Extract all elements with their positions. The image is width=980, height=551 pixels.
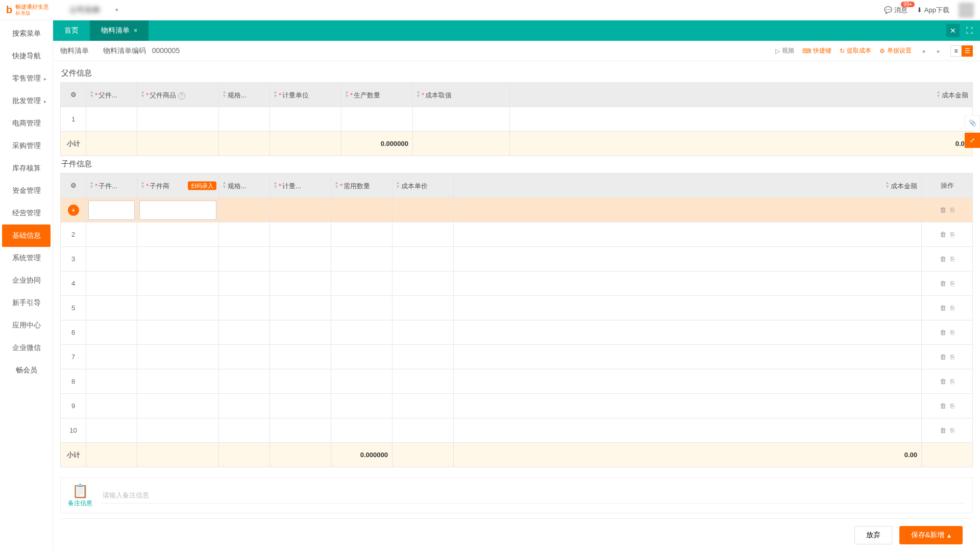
col-parent-qty[interactable]: 生产数量 xyxy=(354,91,380,99)
doc-setting-link[interactable]: ⚙单据设置 xyxy=(879,46,912,55)
copy-icon[interactable]: ⎘ xyxy=(950,231,954,238)
avatar[interactable] xyxy=(959,3,974,18)
extract-cost-link[interactable]: ↻提取成本 xyxy=(840,46,871,55)
col-child-qty[interactable]: 需用数量 xyxy=(344,182,370,190)
view-list-button[interactable]: ≡ xyxy=(950,45,962,57)
sidebar-item[interactable]: 搜索菜单 xyxy=(0,22,53,45)
sidebar-item[interactable]: 快捷导航 xyxy=(0,45,53,67)
add-row-button[interactable]: + xyxy=(68,205,79,216)
next-page-icon[interactable]: ▸ xyxy=(935,47,942,55)
col-parent-spec[interactable]: 规格... xyxy=(228,91,247,99)
expand-icon[interactable]: ⤢ xyxy=(965,133,980,148)
sidebar-item[interactable]: 基础信息 xyxy=(2,224,51,247)
gear-icon[interactable]: ⚙ xyxy=(70,91,77,98)
sub-header: 物料清单 物料清单编码 0000005 ▷视频 ⌨快捷键 ↻提取成本 ⚙单据设置… xyxy=(53,41,980,61)
cell-input[interactable] xyxy=(88,201,135,220)
sidebar-item[interactable]: 采购管理 xyxy=(0,135,53,157)
shortcut-link[interactable]: ⌨快捷键 xyxy=(802,46,831,55)
sidebar-item[interactable]: 库存核算 xyxy=(0,157,53,180)
copy-icon[interactable]: ⎘ xyxy=(950,304,954,312)
sidebar-item[interactable]: 经营管理 xyxy=(0,202,53,224)
copy-icon[interactable]: ⎘ xyxy=(950,427,954,434)
table-row[interactable]: 3🗑⎘ xyxy=(61,247,973,271)
col-child-amount[interactable]: 成本金额 xyxy=(891,182,917,190)
copy-icon[interactable]: ⎘ xyxy=(950,353,954,361)
row-ops: 🗑⎘ xyxy=(922,394,973,418)
delete-icon[interactable]: 🗑 xyxy=(940,255,946,263)
parent-section-title: 父件信息 xyxy=(61,68,973,78)
col-parent-costsrc[interactable]: 成本取值 xyxy=(425,91,452,99)
tab[interactable]: 物料清单× xyxy=(90,20,149,41)
prev-page-icon[interactable]: ◂ xyxy=(920,47,927,55)
copy-icon[interactable]: ⎘ xyxy=(950,378,954,385)
table-row[interactable]: 4🗑⎘ xyxy=(61,271,973,296)
sidebar-item[interactable]: 新手引导 xyxy=(0,292,53,314)
copy-icon[interactable]: ⎘ xyxy=(950,329,954,336)
col-child-product[interactable]: 子件商 xyxy=(150,182,169,190)
table-row[interactable]: 8🗑⎘ xyxy=(61,369,973,394)
sidebar-item[interactable]: 企业协同 xyxy=(0,269,53,292)
cancel-button[interactable]: 放弃 xyxy=(854,526,892,544)
table-row[interactable]: 6🗑⎘ xyxy=(61,320,973,345)
table-row[interactable]: 2🗑⎘ xyxy=(61,222,973,247)
row-index: 9 xyxy=(61,394,86,418)
scan-input-button[interactable]: 扫码录入 xyxy=(188,181,216,190)
copy-icon[interactable]: ⎘ xyxy=(950,402,954,410)
col-parent-amount[interactable]: 成本金额 xyxy=(942,91,968,99)
delete-icon[interactable]: 🗑 xyxy=(940,280,946,287)
col-child-price[interactable]: 成本单价 xyxy=(401,182,428,190)
sidebar-item[interactable]: 系统管理 xyxy=(0,247,53,269)
sidebar-item[interactable]: 电商管理 xyxy=(0,112,53,135)
copy-icon[interactable]: ⎘ xyxy=(950,255,954,263)
delete-icon[interactable]: 🗑 xyxy=(940,353,946,361)
remark-input[interactable] xyxy=(102,487,965,504)
delete-icon[interactable]: 🗑 xyxy=(940,378,946,385)
sidebar-item[interactable]: 畅会员 xyxy=(0,359,53,382)
col-child-spec[interactable]: 规格... xyxy=(228,182,247,190)
sidebar-item[interactable]: 资金管理 xyxy=(0,180,53,202)
delete-icon[interactable]: 🗑 xyxy=(940,206,946,214)
save-and-new-button[interactable]: 保存&新增▴ xyxy=(899,526,963,544)
gear-icon[interactable]: ⚙ xyxy=(70,182,77,189)
table-row[interactable]: 7🗑⎘ xyxy=(61,345,973,369)
view-form-button[interactable]: ☰ xyxy=(962,45,973,57)
copy-icon[interactable]: ⎘ xyxy=(950,280,954,287)
messages-button[interactable]: 💬 消息 99+ xyxy=(884,6,908,15)
delete-icon[interactable]: 🗑 xyxy=(940,427,946,434)
delete-icon[interactable]: 🗑 xyxy=(940,231,946,238)
close-icon[interactable]: × xyxy=(134,27,137,34)
remark-icon: 📋 备注信息 xyxy=(68,483,92,508)
col-parent-code[interactable]: 父件... xyxy=(99,91,117,99)
copy-icon[interactable]: ⎘ xyxy=(950,206,954,214)
col-parent-product[interactable]: 父件商品 xyxy=(150,91,176,99)
video-link[interactable]: ▷视频 xyxy=(775,46,794,55)
table-row[interactable]: +🗑⎘ xyxy=(61,198,973,222)
table-row[interactable]: 5🗑⎘ xyxy=(61,296,973,320)
sidebar-item[interactable]: 企业微信 xyxy=(0,337,53,359)
cell-input[interactable] xyxy=(139,201,216,220)
delete-icon[interactable]: 🗑 xyxy=(940,402,946,410)
sidebar-item[interactable]: 批发管理▸ xyxy=(0,90,53,112)
delete-icon[interactable]: 🗑 xyxy=(940,304,946,312)
tab-close-all-button[interactable]: ✕ xyxy=(946,24,960,37)
delete-icon[interactable]: 🗑 xyxy=(940,329,946,336)
sidebar-item[interactable]: 应用中心 xyxy=(0,314,53,337)
tab[interactable]: 首页 xyxy=(53,20,90,41)
app-download-button[interactable]: ⬇ App下载 xyxy=(917,6,949,15)
row-index: 8 xyxy=(61,369,86,394)
attachment-icon[interactable]: 📎 xyxy=(965,115,980,131)
table-row[interactable]: 1 xyxy=(61,107,973,132)
table-row[interactable]: 9🗑⎘ xyxy=(61,394,973,418)
chevron-down-icon[interactable]: ▾ xyxy=(115,7,118,13)
table-row[interactable]: 10🗑⎘ xyxy=(61,418,973,443)
fullscreen-icon[interactable]: ⛶ xyxy=(963,24,976,37)
col-child-unit[interactable]: 计量... xyxy=(282,182,301,190)
company-name[interactable]: 公司名称 xyxy=(69,5,100,15)
sidebar-item[interactable]: 零售管理▸ xyxy=(0,67,53,90)
refresh-icon: ↻ xyxy=(840,47,845,55)
info-icon[interactable]: ? xyxy=(178,92,185,99)
col-child-code[interactable]: 子件... xyxy=(99,182,117,190)
crumb-code-value: 0000005 xyxy=(152,46,180,55)
col-parent-unit[interactable]: 计量单位 xyxy=(282,91,309,99)
row-ops: 🗑⎘ xyxy=(922,345,973,369)
